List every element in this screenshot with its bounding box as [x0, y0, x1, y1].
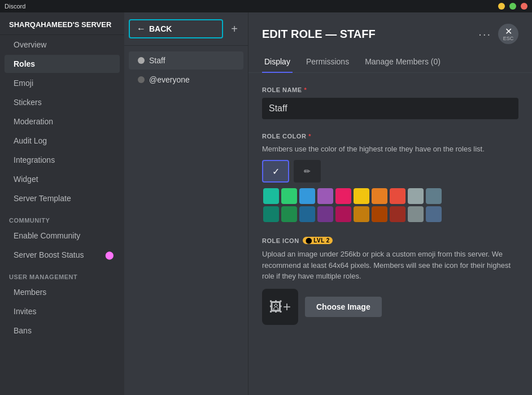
main-content: EDIT ROLE — STAFF ··· ✕ ESC Display Perm… — [248, 12, 532, 395]
main-container: SHARQAHAMEED'S SERVER Overview Roles Emo… — [0, 12, 532, 395]
sidebar-item-integrations[interactable]: Integrations — [5, 151, 120, 169]
sidebar: SHARQAHAMEED'S SERVER Overview Roles Emo… — [0, 12, 124, 395]
role-dot-everyone — [138, 76, 145, 83]
content-area: ROLE NAME * ROLE COLOR * Members use the… — [248, 73, 532, 395]
lvl-badge: ⬤ LVL 2 — [303, 237, 333, 244]
titlebar-controls: ─ □ ✕ — [498, 3, 527, 10]
sidebar-item-bans[interactable]: Bans — [5, 322, 120, 340]
color-swatch[interactable] — [263, 188, 279, 204]
close-x-icon: ✕ — [505, 27, 512, 36]
sidebar-item-roles[interactable]: Roles — [5, 55, 120, 73]
sidebar-item-enable-community[interactable]: Enable Community — [5, 227, 120, 245]
choose-image-button[interactable]: Choose Image — [305, 297, 382, 317]
role-name-input[interactable] — [262, 98, 518, 119]
titlebar-title: Discord — [5, 3, 25, 10]
role-name-everyone: @everyone — [149, 75, 190, 84]
color-swatch[interactable] — [281, 188, 297, 204]
middle-panel: ← BACK + Staff @everyone — [124, 12, 248, 395]
edit-role-title: EDIT ROLE — STAFF — [262, 28, 376, 41]
role-item-staff[interactable]: Staff — [129, 51, 243, 70]
sidebar-item-stickers[interactable]: Stickers — [5, 93, 120, 111]
minimize-button[interactable]: ─ — [498, 3, 505, 10]
sidebar-item-moderation[interactable]: Moderation — [5, 112, 120, 131]
required-indicator: * — [304, 86, 307, 93]
color-swatches-grid — [262, 187, 518, 223]
color-swatch[interactable] — [390, 188, 405, 204]
upload-icon: 🖼+ — [269, 299, 291, 315]
role-item-everyone[interactable]: @everyone — [129, 71, 243, 89]
role-icon-section: ROLE ICON ⬤ LVL 2 Upload an image under … — [262, 237, 518, 325]
boost-icon: ⬤ — [105, 250, 114, 259]
user-management-section-label: USER MANAGEMENT — [0, 264, 124, 283]
close-button[interactable]: ✕ ESC — [498, 24, 518, 44]
color-swatch[interactable] — [299, 188, 315, 204]
color-swatch[interactable] — [317, 206, 333, 222]
role-icon-description: Upload an image under 256kb or pick a cu… — [262, 249, 518, 282]
back-arrow-icon: ← — [137, 24, 146, 34]
checkmark-icon: ✓ — [272, 166, 280, 177]
selected-color-swatch[interactable]: ✓ — [262, 160, 289, 183]
header-actions: ··· ✕ ESC — [478, 24, 518, 44]
back-button[interactable]: ← BACK — [129, 19, 223, 38]
custom-color-picker[interactable]: ✏ — [294, 160, 321, 183]
pencil-icon: ✏ — [304, 167, 311, 176]
sidebar-item-server-template[interactable]: Server Template — [5, 189, 120, 207]
color-swatch[interactable] — [354, 188, 369, 204]
tab-manage-members[interactable]: Manage Members (0) — [363, 51, 443, 73]
boost-icon-small: ⬤ — [306, 237, 312, 244]
color-swatch[interactable] — [335, 188, 351, 204]
community-section-label: COMMUNITY — [0, 208, 124, 226]
color-swatch[interactable] — [317, 188, 333, 204]
close-esc-label: ESC — [503, 36, 514, 41]
tab-permissions[interactable]: Permissions — [304, 51, 351, 73]
color-swatch[interactable] — [408, 188, 424, 204]
color-swatch[interactable] — [281, 206, 297, 222]
role-color-label: ROLE COLOR * — [262, 133, 518, 140]
edit-role-header: EDIT ROLE — STAFF ··· ✕ ESC — [248, 12, 532, 44]
server-boost-label: Server Boost Status — [14, 250, 84, 259]
lvl-text: LVL 2 — [313, 237, 330, 244]
color-swatch[interactable] — [426, 188, 442, 204]
sidebar-item-server-boost[interactable]: Server Boost Status ⬤ — [5, 246, 120, 264]
color-swatch[interactable] — [426, 206, 442, 222]
server-name: SHARQAHAMEED'S SERVER — [0, 12, 124, 35]
back-label: BACK — [149, 24, 172, 33]
sidebar-item-members[interactable]: Members — [5, 283, 120, 301]
color-swatch[interactable] — [299, 206, 315, 222]
role-name-staff: Staff — [149, 56, 165, 65]
tabs: Display Permissions Manage Members (0) — [248, 51, 532, 73]
color-swatch[interactable] — [335, 206, 351, 222]
role-list: Staff @everyone — [124, 46, 248, 395]
color-swatch[interactable] — [408, 206, 424, 222]
add-role-button[interactable]: + — [225, 20, 243, 38]
more-options-button[interactable]: ··· — [478, 28, 491, 41]
sidebar-item-emoji[interactable]: Emoji — [5, 74, 120, 92]
color-swatch[interactable] — [354, 206, 369, 222]
sidebar-item-overview[interactable]: Overview — [5, 36, 120, 54]
role-color-section: ROLE COLOR * Members use the color of th… — [262, 133, 518, 223]
role-dot-staff — [138, 57, 145, 64]
role-color-description: Members use the color of the highest rol… — [262, 144, 518, 154]
role-name-section: ROLE NAME * — [262, 86, 518, 119]
color-swatch[interactable] — [372, 206, 387, 222]
titlebar: Discord ─ □ ✕ — [0, 0, 532, 12]
color-swatch[interactable] — [372, 188, 387, 204]
required-indicator-color: * — [308, 133, 311, 140]
sidebar-item-audit-log[interactable]: Audit Log — [5, 132, 120, 150]
tab-display[interactable]: Display — [262, 51, 293, 73]
sidebar-item-widget[interactable]: Widget — [5, 170, 120, 188]
color-picker-row: ✓ ✏ — [262, 160, 518, 183]
icon-upload-row: 🖼+ Choose Image — [262, 289, 518, 325]
role-name-label: ROLE NAME * — [262, 86, 518, 93]
close-window-button[interactable]: ✕ — [521, 3, 527, 10]
role-icon-label-row: ROLE ICON ⬤ LVL 2 — [262, 237, 518, 244]
sidebar-item-invites[interactable]: Invites — [5, 302, 120, 320]
color-swatch[interactable] — [263, 206, 279, 222]
upload-placeholder: 🖼+ — [262, 289, 298, 325]
maximize-button[interactable]: □ — [509, 3, 516, 10]
middle-header: ← BACK + — [124, 12, 248, 46]
color-swatch[interactable] — [390, 206, 405, 222]
